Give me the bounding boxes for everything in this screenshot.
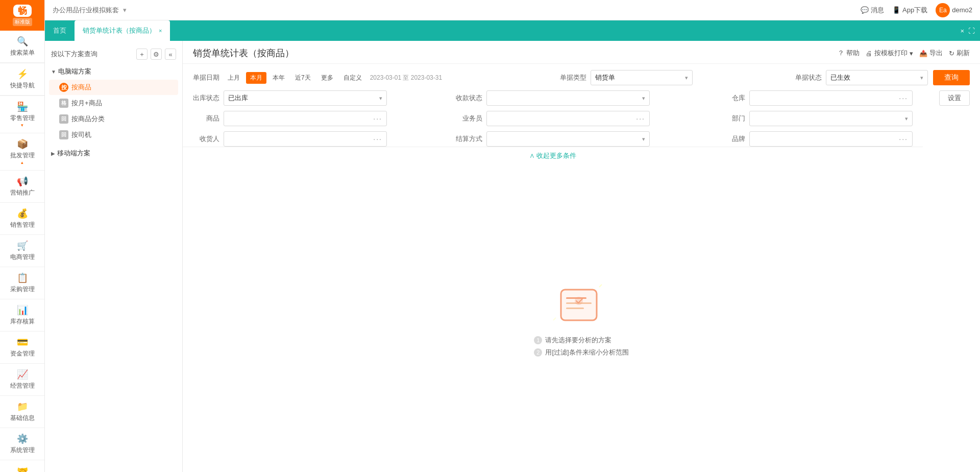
- scheme-by-category[interactable]: 回 按商品分类: [49, 111, 178, 127]
- sidebar-item-finance[interactable]: 💳 资金管理: [0, 332, 44, 364]
- main-right: 销货单统计表（按商品） ？ 帮助 🖨 按模板打印 ▾ 📤 导出: [183, 41, 980, 472]
- page-content: 按以下方案查询 + ⚙ « ▼ 电脑端方案: [45, 41, 980, 472]
- help-icon: ？: [838, 49, 844, 58]
- date-btn-this-month[interactable]: 本月: [246, 72, 266, 84]
- sidebar-item-inventory[interactable]: 📊 库存核算: [0, 299, 44, 332]
- tab-close-icon[interactable]: ×: [159, 28, 162, 34]
- collect-status-control[interactable]: ▾: [486, 90, 650, 106]
- sidebar-item-operation[interactable]: 📈 经营管理: [0, 364, 44, 396]
- tip-item-1: 1 请先选择要分析的方案: [534, 336, 628, 345]
- tab-close-all-icon[interactable]: ×: [960, 27, 964, 35]
- main-area: 办公用品行业模拟账套 ▾ 💬 消息 📱 App下载 Ea demo2 首页 销货…: [45, 0, 980, 472]
- tip-num-2: 2: [534, 348, 542, 357]
- collect-status-field: 收款状态 ▾: [456, 90, 650, 106]
- mobile-schemes-group: ▶ 移动端方案: [45, 146, 182, 161]
- sidebar-search[interactable]: 🔍 搜索菜单: [0, 31, 44, 63]
- scheme-by-month-product[interactable]: 格 按月+商品: [49, 96, 178, 111]
- avatar: Ea: [936, 3, 950, 17]
- date-range-text: 2023-03-01 至 2023-03-31: [370, 74, 442, 82]
- tip-item-2: 2 用[过滤]条件来缩小分析范围: [534, 348, 628, 357]
- scheme-icon-category: 回: [59, 114, 68, 124]
- basic-icon: 📁: [17, 401, 28, 412]
- out-status-control[interactable]: 已出库 ▾: [224, 90, 387, 106]
- logo-icon: 畅: [13, 5, 32, 17]
- sidebar-item-wholesale[interactable]: 📦 批发管理 ▴: [0, 133, 44, 171]
- tab-report[interactable]: 销货单统计表（按商品） ×: [75, 20, 170, 41]
- brand-field: 品牌 ···: [719, 131, 913, 147]
- sidebar-item-system[interactable]: ⚙️ 系统管理: [0, 428, 44, 460]
- sidebar-item-marketing[interactable]: 📢 营销推广: [0, 171, 44, 203]
- quicknav-icon: ⚡: [17, 68, 28, 80]
- sidebar-item-enterprise[interactable]: 🤝 企业协同: [0, 460, 44, 472]
- brand-control[interactable]: ···: [749, 131, 913, 147]
- collapse-panel-button[interactable]: «: [165, 49, 176, 60]
- product-dots-icon: ···: [373, 114, 382, 123]
- mobile-icon: 📱: [892, 6, 900, 14]
- salesperson-control[interactable]: ···: [486, 111, 650, 126]
- search-icon: 🔍: [17, 36, 28, 47]
- payment-label: 结算方式: [456, 134, 486, 144]
- mobile-schemes-header[interactable]: ▶ 移动端方案: [49, 146, 178, 161]
- retail-icon: 🏪: [17, 101, 28, 112]
- system-icon: ⚙️: [17, 433, 28, 444]
- warehouse-control[interactable]: ···: [749, 90, 913, 106]
- scheme-by-cashier[interactable]: 回 按司机: [49, 127, 178, 143]
- help-button[interactable]: ？ 帮助: [838, 49, 860, 58]
- marketing-icon: 📢: [17, 176, 28, 187]
- date-btn-custom[interactable]: 自定义: [339, 72, 366, 84]
- pc-schemes-header[interactable]: ▼ 电脑端方案: [49, 64, 178, 79]
- add-scheme-button[interactable]: +: [136, 49, 148, 60]
- date-btn-more[interactable]: 更多: [317, 72, 337, 84]
- refresh-button[interactable]: ↻ 刷新: [949, 49, 970, 58]
- scheme-by-product[interactable]: 按 按商品: [49, 80, 178, 95]
- app-download-button[interactable]: 📱 App下载: [892, 6, 927, 15]
- settings-scheme-button[interactable]: ⚙: [151, 49, 162, 60]
- payment-control[interactable]: ▾: [486, 131, 650, 147]
- receiver-control[interactable]: ···: [224, 131, 387, 147]
- message-icon: 💬: [861, 6, 869, 14]
- ecommerce-icon: 🛒: [17, 240, 28, 251]
- filter-row-3: 商品 ··· 业务员 ···: [193, 111, 913, 126]
- date-btn-last-month[interactable]: 上月: [224, 72, 244, 84]
- empty-state-illustration: [551, 279, 612, 331]
- sidebar-item-purchase[interactable]: 📋 采购管理: [0, 267, 44, 299]
- salesperson-dots-icon: ···: [636, 114, 645, 123]
- template-print-button[interactable]: 🖨 按模板打印 ▾: [866, 49, 913, 58]
- export-button[interactable]: 📤 导出: [919, 49, 943, 58]
- date-label: 单据日期: [193, 73, 224, 82]
- tab-home[interactable]: 首页: [45, 20, 75, 41]
- department-field: 部门 ▾: [719, 111, 913, 126]
- settings-button[interactable]: 设置: [939, 90, 970, 106]
- industry-selector[interactable]: 办公用品行业模拟账套 ▾: [53, 6, 127, 15]
- inventory-icon: 📊: [17, 304, 28, 316]
- user-menu[interactable]: Ea demo2: [936, 3, 972, 17]
- filter-area: 单据日期 上月 本月 本年 近7天 更多 自定义: [183, 64, 923, 164]
- enterprise-icon: 🤝: [17, 465, 28, 472]
- sidebar-item-sales[interactable]: 💰 销售管理: [0, 203, 44, 235]
- sidebar-quicknav[interactable]: ⚡ 快捷导航: [0, 63, 44, 96]
- tab-controls: × ⛶: [955, 27, 980, 35]
- sidebar-item-basic[interactable]: 📁 基础信息: [0, 396, 44, 428]
- product-control[interactable]: ···: [224, 111, 387, 126]
- out-status-arrow-icon: ▾: [379, 95, 382, 102]
- payment-field: 结算方式 ▾: [456, 131, 650, 147]
- department-control[interactable]: ▾: [749, 111, 913, 126]
- salesperson-field: 业务员 ···: [456, 111, 650, 126]
- out-status-field: 出库状态 已出库 ▾: [193, 90, 387, 106]
- query-button[interactable]: 查询: [933, 70, 970, 85]
- tab-expand-icon[interactable]: ⛶: [968, 27, 975, 35]
- sidebar-item-ecommerce[interactable]: 🛒 电商管理: [0, 235, 44, 267]
- sidebar-item-retail[interactable]: 🏪 零售管理 ▾: [0, 96, 44, 133]
- brand-dots-icon: ···: [899, 135, 908, 143]
- collapse-filters-button[interactable]: ∧ 收起更多条件: [183, 147, 923, 164]
- date-btn-this-year[interactable]: 本年: [268, 72, 289, 84]
- filter-row-4: 收货人 ··· 结算方式 ▾: [193, 131, 913, 147]
- messages-button[interactable]: 💬 消息: [861, 6, 884, 15]
- pc-schemes-group: ▼ 电脑端方案 按 按商品 格 按月+商品 回 按商品分类 回 按司机: [45, 64, 182, 143]
- date-btn-7days[interactable]: 近7天: [291, 72, 315, 84]
- filter-section: 单据日期 上月 本月 本年 近7天 更多 自定义: [183, 64, 980, 164]
- doc-type-arrow-icon: ▾: [685, 75, 688, 81]
- sidebar-logo: 畅 标准版: [0, 0, 44, 31]
- doc-status-control[interactable]: 已生效 ▾: [826, 70, 928, 85]
- doc-type-control[interactable]: 销货单 ▾: [591, 70, 693, 85]
